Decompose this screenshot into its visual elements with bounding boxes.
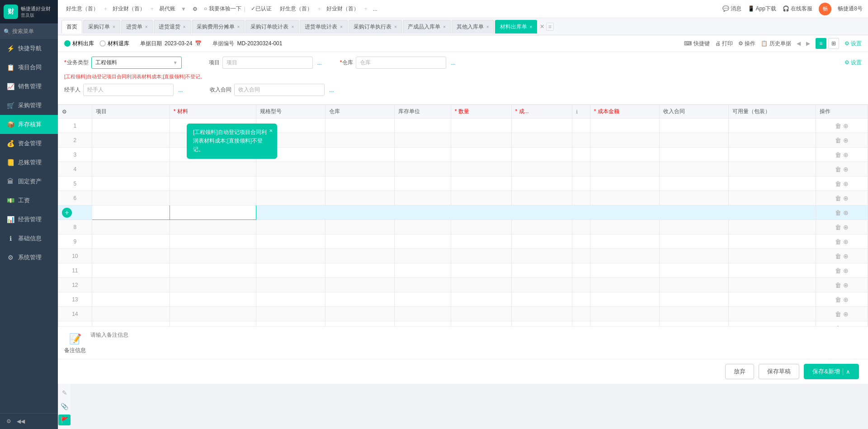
calendar-icon[interactable]: 📅 [195, 40, 202, 47]
flag-panel-icon[interactable]: 🚩 [58, 415, 71, 425]
sidebar-item-inventory[interactable]: 📦 库存核算 [0, 115, 58, 134]
tab-purchase-order[interactable]: 采购订单 × [83, 20, 120, 33]
nav-hsy[interactable]: 好生意（首） [63, 4, 101, 14]
col-header-settings[interactable]: ⚙ [58, 105, 92, 119]
col-header-info[interactable]: ℹ [572, 105, 590, 119]
tab-material-outbound[interactable]: 材料出库单 × [495, 20, 538, 33]
tab-close-other-inbound[interactable]: × [486, 24, 489, 29]
delete-row-btn[interactable]: 🗑 [835, 325, 841, 327]
serial-value[interactable]: MD-20230324-001 [237, 40, 282, 47]
copy-row-btn[interactable]: ⊕ [843, 238, 849, 245]
discard-button[interactable]: 放弃 [725, 364, 754, 379]
delete-row-btn[interactable]: 🗑 [835, 238, 841, 245]
business-type-input[interactable]: 工程领料 ▼ [91, 57, 182, 69]
tab-close-purchase-exec[interactable]: × [394, 24, 397, 29]
sidebar-item-system[interactable]: ⚙ 系统管理 [0, 248, 58, 267]
tab-inbound[interactable]: 进货单 × [121, 20, 153, 33]
settings-col-btn[interactable]: ⚙ 设置 [844, 59, 862, 67]
nav-more[interactable]: ... [370, 5, 380, 13]
tab-close-material-outbound[interactable]: × [530, 24, 533, 29]
row-warehouse[interactable] [326, 119, 395, 133]
message-btn[interactable]: 💬 消息 [722, 5, 741, 13]
active-row-project[interactable] [92, 205, 170, 220]
copy-row-btn[interactable]: ⊕ [843, 310, 849, 318]
row-project[interactable] [92, 119, 170, 133]
user-avatar[interactable]: 畅 [819, 3, 831, 15]
tab-home[interactable]: 首页 [61, 20, 82, 33]
save-draft-button[interactable]: 保存草稿 [759, 364, 799, 379]
tab-more-btn[interactable]: ≡ [546, 23, 554, 31]
agent-input[interactable]: 经手人 [83, 84, 174, 96]
attach-panel-icon[interactable]: 📎 [59, 401, 70, 412]
tooltip-close-btn[interactable]: × [269, 126, 273, 136]
delete-row-btn[interactable]: 🗑 [835, 296, 841, 303]
nav-hsy2[interactable]: 好生意（首） [277, 4, 315, 14]
delete-row-btn[interactable]: 🗑 [835, 122, 841, 129]
sidebar-settings-icon[interactable]: ⚙ [6, 418, 11, 424]
tab-close-purchase-order[interactable]: × [113, 24, 115, 29]
date-value[interactable]: 2023-03-24 [165, 40, 192, 47]
nav-dropdown-btn[interactable]: ▼ [181, 6, 186, 12]
delete-row-btn[interactable]: 🗑 [835, 180, 841, 187]
history-btn[interactable]: 📋 历史单据 [761, 40, 791, 48]
delete-row-btn[interactable]: 🗑 [835, 281, 841, 289]
copy-row-btn[interactable]: ⊕ [843, 253, 849, 260]
delete-row-btn[interactable]: 🗑 [835, 195, 841, 202]
tab-close-purchase-stat[interactable]: × [291, 24, 294, 29]
nav-hyc[interactable]: 好业财（首） [110, 4, 148, 14]
tab-purchase-exec[interactable]: 采购订单执行表 × [349, 20, 402, 33]
prev-record-btn[interactable]: ◀ [797, 40, 801, 47]
copy-row-btn[interactable]: ⊕ [843, 151, 849, 158]
sidebar-item-ops[interactable]: 📊 经营管理 [0, 210, 58, 229]
settings-btn[interactable]: ⚙ [193, 6, 198, 12]
sidebar-item-purchase[interactable]: 🛒 采购管理 [0, 96, 58, 115]
sidebar-item-basic[interactable]: ℹ 基础信息 [0, 229, 58, 248]
copy-row-btn[interactable]: ⊕ [843, 137, 849, 144]
row-qty[interactable] [451, 119, 511, 133]
nav-hyc2[interactable]: 好业财（首） [324, 4, 362, 14]
income-contract-input[interactable]: 收入合同 [234, 84, 325, 96]
tab-inbound-return[interactable]: 进货退货 × [154, 20, 191, 33]
tab-close-inbound[interactable]: × [145, 24, 148, 29]
list-view-btn[interactable]: ≡ [816, 38, 826, 49]
delete-row-btn[interactable]: 🗑 [835, 310, 841, 318]
project-more-btn[interactable]: ... [317, 60, 322, 66]
warehouse-input[interactable]: 仓库 [356, 57, 446, 69]
copy-row-btn[interactable]: ⊕ [843, 296, 849, 303]
tab-purchase-expense[interactable]: 采购费用分摊单 × [192, 20, 245, 33]
row-unit[interactable] [395, 119, 451, 133]
row-contract[interactable] [659, 119, 728, 133]
copy-row-btn[interactable]: ⊕ [843, 267, 849, 274]
tab-inbound-stat[interactable]: 进货单统计表 × [300, 20, 348, 33]
copy-row-btn[interactable]: ⊕ [843, 224, 849, 231]
grid-view-btn[interactable]: ⊞ [828, 38, 839, 49]
copy-row-btn[interactable]: ⊕ [843, 180, 849, 187]
tab-close-inbound-return[interactable]: × [183, 24, 186, 29]
tab-purchase-stat[interactable]: 采购订单统计表 × [245, 20, 299, 33]
sidebar-item-assets[interactable]: 🏛 固定资产 [0, 172, 58, 191]
copy-row-btn[interactable]: ⊕ [843, 209, 849, 216]
next-record-btn[interactable]: ▶ [806, 40, 810, 47]
try-btn[interactable]: ○ 我要体验一下 [204, 5, 241, 13]
copy-row-btn[interactable]: ⊕ [843, 195, 849, 202]
radio-material-return[interactable]: 材料退库 [99, 40, 129, 48]
income-contract-more-btn[interactable]: ... [329, 87, 334, 93]
sidebar-item-sales[interactable]: 📈 销售管理 [0, 77, 58, 96]
delete-row-btn[interactable]: 🗑 [835, 151, 841, 158]
delete-row-btn[interactable]: 🗑 [835, 267, 841, 274]
delete-row-btn[interactable]: 🗑 [835, 137, 841, 144]
copy-row-btn[interactable]: ⊕ [843, 281, 849, 289]
copy-row-btn[interactable]: ⊕ [843, 325, 849, 327]
online-service-btn[interactable]: 🎧 在线客服 [783, 5, 812, 13]
search-menu[interactable]: 🔍 搜索菜单 [0, 24, 58, 39]
active-row-material[interactable] [170, 205, 256, 220]
sidebar-item-quick-nav[interactable]: ⚡ 快捷导航 [0, 39, 58, 58]
copy-row-btn[interactable]: ⊕ [843, 166, 849, 173]
save-new-arrow-icon[interactable]: ∧ [843, 368, 850, 375]
edit-panel-icon[interactable]: ✎ [60, 387, 69, 398]
agent-more-btn[interactable]: ... [178, 87, 183, 93]
row-costamt[interactable] [590, 119, 659, 133]
sidebar-item-payroll[interactable]: 💵 工资 [0, 191, 58, 210]
delete-row-btn[interactable]: 🗑 [835, 224, 841, 231]
tab-close-inbound-stat[interactable]: × [340, 24, 343, 29]
